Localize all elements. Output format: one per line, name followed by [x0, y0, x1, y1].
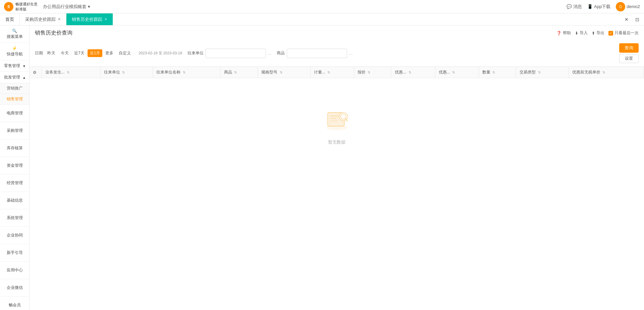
sort-icon: ⇅	[538, 70, 541, 74]
sort-icon: ⇅	[280, 70, 282, 74]
date-btn-today[interactable]: 今天	[58, 49, 71, 57]
th-pre-tax-price[interactable]: 优惠前无税单价 ⇅	[569, 67, 644, 78]
date-label: 日期	[35, 50, 43, 56]
settings-icon: ⚙	[33, 70, 37, 75]
sidebar: 🔍 搜索菜单 ⚡ 快捷导航 零售管理 ▾ 批发管理 ▴ 营销推广 销售管理 电商…	[0, 25, 30, 310]
svg-rect-3	[330, 118, 337, 119]
th-price[interactable]: 报价 ⇅	[354, 67, 391, 78]
date-range-group: 2023-02-18 至 2023-03-18	[139, 51, 182, 56]
page-actions: ❓ 帮助 ⬇ 导入 ⬆ 导出 ✓ 只看最后一次	[556, 30, 639, 36]
maximize-tab-action[interactable]: ⊡	[633, 15, 641, 23]
date-range-display: 2023-02-18 至 2023-03-18	[139, 51, 182, 56]
content-area: 销售历史价查询 ❓ 帮助 ⬇ 导入 ⬆ 导出 ✓	[30, 25, 644, 310]
tab-close-purchase[interactable]: ✕	[58, 17, 61, 21]
close-tab-action[interactable]: ✕	[623, 15, 631, 23]
product-input[interactable]	[287, 49, 347, 58]
tab-close-sales[interactable]: ✕	[104, 17, 107, 21]
date-btn-more[interactable]: 更多	[103, 49, 116, 57]
date-btn-yesterday[interactable]: 昨天	[45, 49, 58, 57]
th-biz-date[interactable]: 业务发生... ⇅	[42, 67, 100, 78]
sidebar-item-sales-mgmt[interactable]: 销售管理	[0, 94, 29, 105]
sidebar-item-finance[interactable]: 资金管理	[0, 157, 29, 174]
date-btn-1month[interactable]: 近1月	[88, 49, 103, 57]
sidebar-item-marketing[interactable]: 营销推广	[0, 83, 29, 94]
sidebar-item-enterprise-wechat[interactable]: 企业微信	[0, 279, 29, 297]
th-product[interactable]: 商品 ⇅	[220, 67, 258, 78]
sidebar-item-wholesale[interactable]: 批发管理 ▴	[0, 72, 29, 83]
th-spec[interactable]: 规格型号 ⇅	[258, 67, 311, 78]
sort-icon: ⇅	[409, 70, 411, 74]
action-buttons: 查询 设置	[619, 43, 639, 63]
th-unit-name[interactable]: 往来单位名称 ⇅	[153, 67, 221, 78]
search-icon: 🔍	[12, 29, 17, 33]
svg-rect-4	[330, 120, 338, 121]
svg-rect-2	[330, 116, 339, 117]
logo-icon: 6	[4, 2, 13, 11]
help-link[interactable]: ❓ 帮助	[556, 30, 571, 36]
help-icon: ❓	[556, 31, 561, 36]
table-wrapper: ⚙ 业务发生... ⇅ 往来单位 ⇅ 往来单位名称 ⇅	[30, 67, 644, 310]
only-last-checkbox-label[interactable]: ✓ 只看最后一次	[608, 30, 639, 36]
logo-text: 畅捷通好生意 标准版	[15, 2, 38, 11]
user-area[interactable]: D demo2	[616, 2, 640, 11]
sidebar-item-purchase[interactable]: 采购管理	[0, 122, 29, 140]
th-qty[interactable]: 数量 ⇅	[479, 67, 516, 78]
unit-input[interactable]	[206, 49, 266, 58]
import-link[interactable]: ⬇ 导入	[575, 30, 588, 36]
avatar: D	[616, 2, 625, 11]
message-button[interactable]: 💬 消息	[567, 4, 582, 10]
tab-purchase-history[interactable]: 采购历史价跟踪 ✕	[20, 13, 66, 25]
settings-button[interactable]: 设置	[619, 54, 639, 63]
unit-dots[interactable]: ...	[268, 51, 271, 56]
only-last-checkbox[interactable]: ✓	[608, 31, 613, 36]
sidebar-item-search-menu[interactable]: 🔍 搜索菜单	[0, 25, 29, 43]
sidebar-item-app-center[interactable]: 应用中心	[0, 262, 29, 279]
tab-home[interactable]: 首页	[0, 13, 20, 25]
th-settings[interactable]: ⚙	[30, 67, 42, 78]
sort-icon: ⇅	[67, 70, 69, 74]
sort-icon: ⇅	[327, 70, 330, 74]
product-dots[interactable]: ...	[349, 51, 353, 56]
import-icon: ⬇	[575, 31, 578, 36]
quick-nav-icon: ⚡	[12, 46, 17, 51]
sidebar-item-operations[interactable]: 经营管理	[0, 174, 29, 192]
sidebar-item-system[interactable]: 系统管理	[0, 209, 29, 227]
date-btn-7days[interactable]: 近7天	[72, 49, 87, 57]
data-table: ⚙ 业务发生... ⇅ 往来单位 ⇅ 往来单位名称 ⇅	[30, 67, 644, 78]
sort-icon: ⇅	[492, 70, 495, 74]
sidebar-item-quick-nav[interactable]: ⚡ 快捷导航	[0, 43, 29, 60]
th-unit[interactable]: 计量... ⇅	[310, 67, 354, 78]
th-discount1[interactable]: 优惠... ⇅	[391, 67, 435, 78]
download-icon: 📱	[587, 4, 593, 9]
th-trade-type[interactable]: 交易类型 ⇅	[516, 67, 569, 78]
th-discount2[interactable]: 优惠... ⇅	[435, 67, 479, 78]
export-icon: ⬆	[592, 31, 595, 36]
sidebar-item-enterprise-collab[interactable]: 企业协同	[0, 227, 29, 244]
app-download-button[interactable]: 📱 App下载	[587, 4, 610, 10]
page-header: 销售历史价查询 ❓ 帮助 ⬇ 导入 ⬆ 导出 ✓	[30, 25, 644, 67]
export-link[interactable]: ⬆ 导出	[592, 30, 604, 36]
company-selector[interactable]: 办公用品行业模拟账套 ▾	[40, 2, 93, 11]
sidebar-item-inventory[interactable]: 库存核算	[0, 140, 29, 157]
date-filter-group: 日期 昨天 今天 近7天 近1月 更多 自定义	[35, 49, 133, 57]
sidebar-item-member[interactable]: 畅会员	[0, 297, 29, 310]
tab-sales-history[interactable]: 销售历史价跟踪 ✕	[66, 13, 113, 25]
tab-bar-actions: ✕ ⊡	[620, 13, 644, 25]
query-button[interactable]: 查询	[619, 43, 639, 53]
th-unit-code[interactable]: 往来单位 ⇅	[100, 67, 153, 78]
sidebar-item-basic-info[interactable]: 基础信息	[0, 192, 29, 209]
sort-icon: ⇅	[602, 70, 605, 74]
table-header-row: ⚙ 业务发生... ⇅ 往来单位 ⇅ 往来单位名称 ⇅	[30, 67, 644, 78]
sort-icon: ⇅	[368, 70, 370, 74]
sort-icon: ⇅	[122, 70, 125, 74]
sidebar-item-new-guide[interactable]: 新手引导	[0, 244, 29, 262]
chevron-down-icon: ▾	[23, 64, 25, 68]
sort-icon: ⇅	[452, 70, 455, 74]
sidebar-item-ecommerce[interactable]: 电商管理	[0, 105, 29, 122]
chevron-up-icon: ▴	[23, 75, 25, 80]
sort-icon: ⇅	[183, 70, 185, 74]
chevron-down-icon: ▾	[88, 4, 90, 9]
date-btn-custom[interactable]: 自定义	[116, 49, 133, 57]
sidebar-item-retail[interactable]: 零售管理 ▾	[0, 60, 29, 72]
date-buttons: 昨天 今天 近7天 近1月 更多 自定义	[45, 49, 133, 57]
